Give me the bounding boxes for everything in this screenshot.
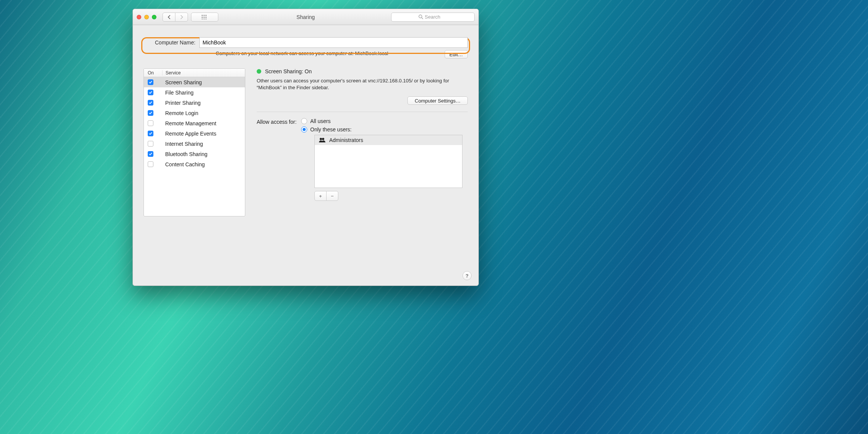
back-button[interactable]: [163, 13, 175, 22]
forward-button[interactable]: [175, 13, 188, 22]
service-row[interactable]: Screen Sharing: [144, 77, 245, 87]
service-label: File Sharing: [162, 90, 245, 96]
window-controls: [137, 15, 156, 19]
search-input[interactable]: [425, 14, 448, 20]
service-checkbox[interactable]: [148, 120, 153, 126]
service-row[interactable]: Internet Sharing: [144, 139, 245, 149]
radio-dot-icon: [301, 118, 307, 124]
svg-rect-7: [204, 19, 205, 19]
desktop-wallpaper: Sharing Computer Name: Computers on your…: [0, 0, 868, 434]
service-checkbox[interactable]: [148, 161, 153, 167]
service-row[interactable]: Remote Management: [144, 118, 245, 128]
search-field[interactable]: [391, 13, 475, 22]
svg-rect-1: [204, 15, 205, 16]
check-icon: [148, 152, 153, 156]
radio-only-these-users-label: Only these users:: [310, 126, 352, 133]
services-body: Screen SharingFile SharingPrinter Sharin…: [144, 77, 245, 169]
computer-name-input[interactable]: [199, 37, 468, 48]
service-checkbox[interactable]: [148, 151, 153, 157]
content-area: Computer Name: Computers on your local n…: [133, 25, 478, 286]
computer-name-row: Computer Name:: [155, 37, 468, 48]
service-label: Remote Apple Events: [162, 131, 245, 137]
service-checkbox[interactable]: [148, 100, 153, 106]
edit-button[interactable]: Edit…: [445, 50, 468, 58]
service-label: Printer Sharing: [162, 100, 245, 106]
computer-settings-button[interactable]: Computer Settings…: [407, 96, 468, 105]
service-row[interactable]: File Sharing: [144, 87, 245, 98]
service-row[interactable]: Bluetooth Sharing: [144, 149, 245, 159]
svg-point-11: [320, 138, 322, 140]
svg-rect-4: [204, 17, 205, 18]
close-button[interactable]: [137, 15, 141, 19]
svg-rect-5: [205, 17, 207, 18]
column-on: On: [148, 70, 162, 76]
status-line: Screen Sharing: On: [257, 68, 468, 74]
service-row[interactable]: Remote Login: [144, 108, 245, 118]
grid-icon: [202, 15, 208, 19]
remove-user-button[interactable]: −: [326, 191, 338, 201]
show-all-button[interactable]: [191, 13, 218, 22]
user-name: Administrators: [329, 137, 363, 143]
minimize-button[interactable]: [144, 15, 149, 19]
services-list: On Service Screen SharingFile SharingPri…: [144, 68, 245, 216]
svg-line-10: [421, 17, 423, 19]
svg-rect-2: [205, 15, 207, 16]
svg-rect-0: [202, 15, 203, 16]
titlebar: Sharing: [133, 9, 478, 25]
chevron-left-icon: [167, 15, 171, 19]
zoom-button[interactable]: [152, 15, 156, 19]
service-row[interactable]: Printer Sharing: [144, 98, 245, 108]
main-row: On Service Screen SharingFile SharingPri…: [144, 68, 468, 216]
services-header: On Service: [144, 69, 245, 77]
users-icon: [319, 137, 325, 143]
service-checkbox[interactable]: [148, 141, 153, 147]
status-dot-icon: [257, 69, 261, 74]
chevron-right-icon: [180, 15, 183, 19]
status-description: Other users can access your computer's s…: [257, 77, 468, 91]
users-list[interactable]: Administrators: [314, 135, 462, 188]
help-button[interactable]: ?: [462, 271, 472, 280]
service-label: Bluetooth Sharing: [162, 151, 245, 157]
radio-all-users-label: All users: [310, 118, 331, 124]
detail-pane: Screen Sharing: On Other users can acces…: [257, 68, 468, 216]
access-radios: All users Only these users:: [301, 118, 352, 133]
allow-access-label: Allow access for:: [257, 118, 297, 125]
divider: [257, 112, 468, 112]
radio-dot-icon: [301, 126, 307, 133]
computer-name-hint-row: Computers on your local network can acce…: [216, 50, 468, 58]
check-icon: [148, 80, 153, 84]
svg-rect-6: [202, 19, 203, 19]
search-icon: [418, 14, 423, 19]
svg-rect-3: [202, 17, 203, 18]
service-checkbox[interactable]: [148, 131, 153, 136]
svg-point-12: [322, 138, 324, 140]
check-icon: [148, 90, 153, 95]
computer-name-hint: Computers on your local network can acce…: [216, 50, 439, 57]
check-icon: [148, 131, 153, 136]
help-icon: ?: [466, 273, 469, 279]
user-row[interactable]: Administrators: [315, 135, 462, 145]
service-checkbox[interactable]: [148, 79, 153, 85]
check-icon: [148, 101, 153, 105]
service-checkbox[interactable]: [148, 110, 153, 116]
plus-icon: +: [319, 193, 322, 199]
sharing-preferences-window: Sharing Computer Name: Computers on your…: [133, 9, 479, 286]
status-title: Screen Sharing: On: [265, 68, 312, 74]
service-checkbox[interactable]: [148, 90, 153, 95]
service-label: Remote Management: [162, 120, 245, 126]
column-service: Service: [162, 70, 245, 76]
service-label: Remote Login: [162, 110, 245, 116]
check-icon: [148, 111, 153, 115]
minus-icon: −: [331, 193, 334, 199]
service-label: Content Caching: [162, 161, 245, 167]
computer-name-label: Computer Name:: [155, 39, 196, 46]
service-row[interactable]: Remote Apple Events: [144, 128, 245, 139]
service-label: Screen Sharing: [162, 79, 245, 85]
svg-point-9: [419, 15, 422, 18]
add-user-button[interactable]: +: [314, 191, 327, 201]
radio-only-these-users[interactable]: Only these users:: [301, 126, 352, 133]
radio-all-users[interactable]: All users: [301, 118, 352, 124]
allow-access-row: Allow access for: All users Only these u…: [257, 118, 468, 133]
service-row[interactable]: Content Caching: [144, 159, 245, 169]
service-label: Internet Sharing: [162, 141, 245, 147]
